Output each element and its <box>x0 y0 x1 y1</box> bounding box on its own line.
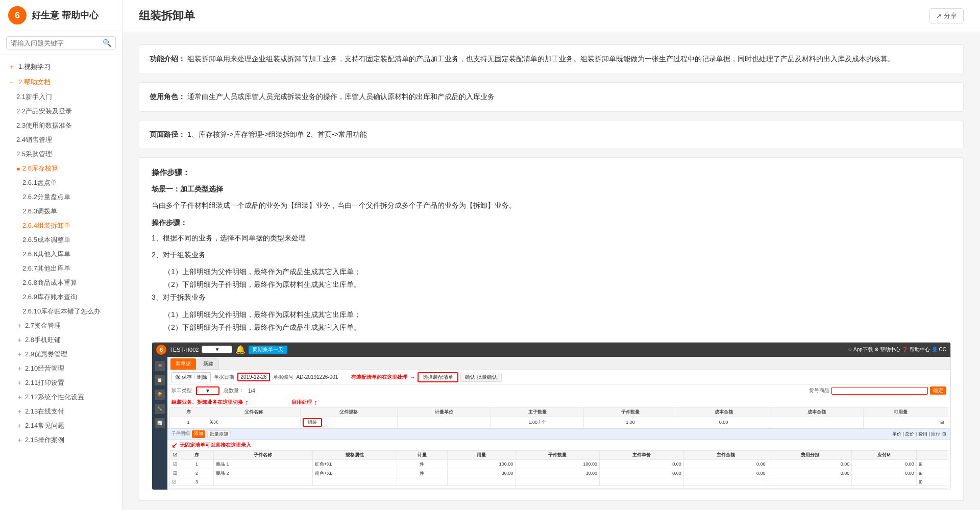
mock-th-seq: 序 <box>170 407 207 417</box>
mock-th-unit: 计量单位 <box>398 407 491 417</box>
sidebar-item-2-14[interactable]: ＋2.14常见问题 <box>0 419 122 433</box>
active-indicator: ● <box>16 165 20 173</box>
mock-sub-td-price-1: 0.00 <box>600 459 684 469</box>
sidebar-item-2-12[interactable]: ＋2.12系统个性化设置 <box>0 390 122 404</box>
mock-th-avail: 可用量 <box>863 407 938 417</box>
mock-sub-td-op-1: ⊞ <box>916 459 948 469</box>
sidebar-item-2-13[interactable]: ＋2.13在线支付 <box>0 404 122 419</box>
main-content: 组装拆卸单 ↗ 分享 功能介绍： 组装拆卸单用来处理企业组装或拆卸等加工业务，支… <box>122 0 980 510</box>
mock-delete-btn: 删除 <box>197 374 207 381</box>
mock-sub-td-qty-1: 100.00 <box>447 459 516 469</box>
search-input[interactable] <box>11 39 103 47</box>
sidebar-item-2-11[interactable]: ＋2.11打印设置 <box>0 376 122 390</box>
sidebar-item-2-6-5[interactable]: 2.6.5成本调整单 <box>0 233 122 247</box>
sidebar-nav: ＋ 1.视频学习 － 2.帮助文档 2.1新手入门 2.2产品安装及登录 2.3… <box>0 55 122 510</box>
mock-td-cost2-val <box>770 417 864 428</box>
mock-sidebar-icon-4: 🔧 <box>155 404 165 414</box>
sidebar-item-2-5[interactable]: 2.5采购管理 <box>0 147 122 161</box>
mock-spec-label: 货号商品 <box>809 387 829 394</box>
mock-sub-td-unit-3 <box>397 478 447 485</box>
arrow-up-icon-2: ↑ <box>314 398 317 406</box>
mock-sub-td-unit-1: 件 <box>397 459 447 469</box>
sidebar-item-2-6-8[interactable]: 2.6.8商品成本重算 <box>0 276 122 290</box>
sidebar-item-2-8[interactable]: ＋2.8手机旺铺 <box>0 333 122 347</box>
sidebar-item-2-3[interactable]: 2.3使用前数据准备 <box>0 118 122 133</box>
mock-spec-input[interactable] <box>831 387 928 395</box>
mock-sub-th-sub-qty: 子件数量 <box>516 450 600 459</box>
mock-th-spec: 父件规格 <box>300 407 398 417</box>
mock-sub-td-price-3 <box>600 478 684 485</box>
share-button[interactable]: ↗ 分享 <box>929 8 964 23</box>
sidebar-item-2-9[interactable]: ＋2.9优惠券管理 <box>0 347 122 361</box>
mock-sub-td-amount-3 <box>683 478 768 485</box>
mock-td-name: 关米 <box>207 417 301 428</box>
sidebar-item-2-6-7[interactable]: 2.6.7其他出库单 <box>0 261 122 276</box>
mock-date-label: 单据日期 <box>214 374 234 381</box>
sidebar-item-2-6-10[interactable]: 2.6.10库存账本错了怎么办 <box>0 304 122 319</box>
mock-sub-td-seq-3: 3 <box>180 478 214 485</box>
annotation-3: 组装业务、拆卸业务在这里切换 <box>172 399 243 406</box>
mock-type-value: ▼ <box>196 386 219 395</box>
path-box: 页面路径： 1、库存核算->库存管理->组装拆卸单 2、首页->常用功能 <box>139 120 964 150</box>
sidebar-item-2-6[interactable]: ● 2.6库存核算 <box>0 161 122 176</box>
mock-sidebar-icon-1: ☰ <box>155 361 165 371</box>
sidebar: 6 好生意 帮助中心 🔍 ＋ 1.视频学习 － 2.帮助文档 2.1新手入门 2… <box>0 0 122 510</box>
sidebar-item-2-2[interactable]: 2.2产品安装及登录 <box>0 104 122 118</box>
mock-confirm-btn: 确认 批量确认 <box>460 373 502 382</box>
sidebar-item-2-6-4[interactable]: 2.6.4组装拆卸单 <box>0 218 122 233</box>
share-icon: ↗ <box>936 12 942 20</box>
mock-sub-td-name-2: 商品 2 <box>213 469 312 478</box>
scenario1-desc: 当由多个子件材料组装成一个成品的业务为【组装】业务，当由一个父件拆分成多个子产品… <box>152 199 951 212</box>
sidebar-item-2-15[interactable]: ＋2.15操作案例 <box>0 433 122 447</box>
intro-label: 功能介绍： <box>150 55 185 63</box>
step-3-2: （2）下部明细为子件明细，最终作为产成品生成其它入库单。 <box>164 321 951 334</box>
sidebar-item-2-1[interactable]: 2.1新手入门 <box>0 90 122 104</box>
mock-sub-th-spec: 规格属性 <box>312 450 397 459</box>
mock-sub-td-fee-3 <box>768 478 852 485</box>
sidebar-item-video[interactable]: ＋ 1.视频学习 <box>0 59 122 75</box>
mock-bell-icon: 🔔 <box>235 345 246 354</box>
mock-sub-td-spec-2: 粉色+XL <box>312 469 397 478</box>
mock-sub-th-unit: 计量 <box>397 450 447 459</box>
mock-sub-td-payable-2: 0.00 <box>852 469 916 478</box>
search-icon[interactable]: 🔍 <box>103 39 111 47</box>
mock-confirm-small-btn[interactable]: 确定 <box>930 386 946 395</box>
path-text: 1、库存核算->库存管理->组装拆卸单 2、首页->常用功能 <box>187 130 367 138</box>
mock-sub-td-op-2: ⊞ <box>916 469 948 478</box>
mock-sub-td-price-2: 0.00 <box>600 469 684 478</box>
mock-batch-btn: 批量添加 <box>207 430 231 438</box>
mock-tab-create: 新建 <box>198 358 219 370</box>
sidebar-item-2-10[interactable]: ＋2.10经营管理 <box>0 361 122 376</box>
mock-sub-td-qty-3 <box>447 478 516 485</box>
arrow-down-icon: ↙ <box>172 441 178 449</box>
sidebar-item-2-7[interactable]: ＋2.7资金管理 <box>0 319 122 333</box>
app-title: 好生意 帮助中心 <box>32 9 99 21</box>
collapse-icon: － <box>8 78 15 87</box>
sidebar-item-2-6-1[interactable]: 2.6.1盘点单 <box>0 176 122 190</box>
mock-td-qty2-val: 1.00 <box>584 417 677 428</box>
mock-sub-th-fee: 费用分担 <box>768 450 852 459</box>
mock-sub-td-seq-2: 2 <box>180 469 214 478</box>
page-header: 组装拆卸单 ↗ 分享 <box>122 0 980 32</box>
mock-sub-td-cb-3: ☑ <box>170 478 180 485</box>
annotation-4: 启用处理 <box>291 399 312 406</box>
expand-icon: ＋ <box>8 62 15 71</box>
step-2-1: （1）上部明细为父件明细，最终作为产成品生成其它入库单； <box>164 265 951 278</box>
sidebar-item-2-6-6[interactable]: 2.6.6其他入库单 <box>0 247 122 261</box>
mock-th-qty1: 主子数量 <box>491 407 584 417</box>
mock-sub-td-seq-1: 1 <box>180 459 214 469</box>
sidebar-item-2-6-2[interactable]: 2.6.2分量盘点单 <box>0 190 122 204</box>
sidebar-item-2-6-9[interactable]: 2.6.9库存账本查询 <box>0 290 122 304</box>
mock-td-seq: 1 <box>170 417 207 428</box>
sidebar-item-docs[interactable]: － 2.帮助文档 <box>0 75 122 90</box>
arrow-up-icon: ↑ <box>245 398 249 406</box>
mock-sub-td-spec-3 <box>312 478 397 485</box>
mock-sub-th-payable: 应付M <box>852 450 916 459</box>
screenshot-container: 6 TEST-H002 ▼ 🔔 同期账单一天 ☆ App下载 ⚙ 帮助中心 ❓ … <box>152 342 951 490</box>
mock-subtable-label: 子件明细 <box>172 430 190 438</box>
mock-th-parent: 父件名称 <box>207 407 301 417</box>
sidebar-item-label: 1.视频学习 <box>18 62 51 71</box>
sidebar-item-2-6-3[interactable]: 2.6.3调拨单 <box>0 204 122 218</box>
sidebar-item-2-4[interactable]: 2.4销售管理 <box>0 133 122 147</box>
step-2: 2、对于组装业务 <box>152 249 951 261</box>
